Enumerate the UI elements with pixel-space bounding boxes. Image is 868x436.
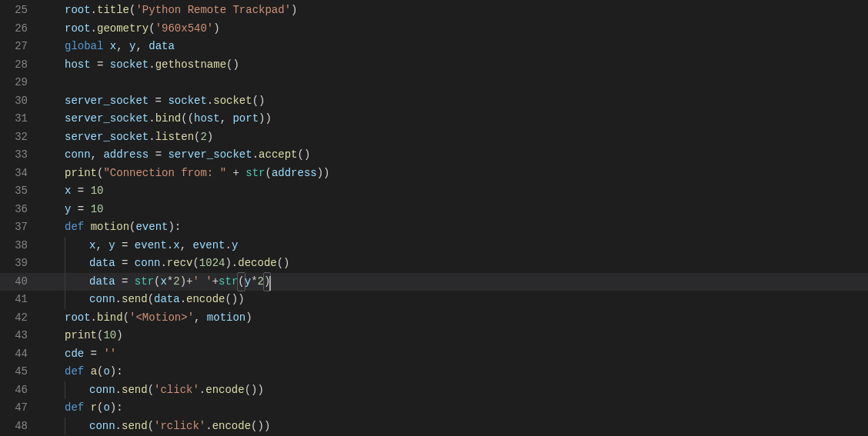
code-token: , [220, 110, 233, 128]
line-number: 39 [0, 255, 42, 273]
code-content[interactable]: print("Connection from: " + str(address)… [42, 165, 868, 183]
code-content[interactable]: data = conn.recv(1024).decode() [42, 255, 868, 273]
code-token: = [71, 182, 90, 201]
code-token: ( [148, 291, 154, 309]
code-token: . [115, 418, 122, 436]
code-token: '<Motion>' [129, 309, 194, 328]
code-token [84, 218, 90, 237]
code-content[interactable]: x = 10 [42, 182, 868, 201]
code-token: . [91, 2, 97, 20]
code-token: host [194, 110, 220, 128]
code-content[interactable]: server_socket.listen(2) [42, 128, 868, 147]
indent-guide [65, 255, 65, 273]
line-number: 44 [0, 345, 42, 364]
code-token: def [65, 399, 84, 418]
code-token: 2 [200, 128, 206, 147]
code-line[interactable]: 35x = 10 [0, 182, 868, 201]
code-token: decode [238, 255, 276, 273]
code-content[interactable]: cde = '' [42, 345, 868, 364]
indent-guide [65, 381, 65, 400]
code-line[interactable]: 45def a(o): [0, 363, 868, 381]
code-token: 'rclick' [154, 418, 205, 436]
code-content[interactable]: server_socket = socket.socket() [42, 92, 868, 111]
code-token: bind [97, 309, 123, 328]
code-line[interactable]: 25root.title('Python Remote Trackpad') [0, 2, 868, 20]
code-line[interactable]: 46conn.send('click'.encode()) [0, 381, 868, 400]
code-token: geometry [97, 20, 149, 38]
code-token: , [91, 146, 104, 165]
code-content[interactable]: root.geometry('960x540') [42, 20, 868, 38]
code-token: * [251, 273, 257, 291]
code-line[interactable]: 38x, y = event.x, event.y [0, 237, 868, 255]
code-token: ()) [251, 418, 270, 436]
code-token: def [65, 363, 84, 381]
code-line[interactable]: 30server_socket = socket.socket() [0, 92, 868, 111]
code-token: . [167, 237, 173, 255]
code-line[interactable]: 29 [0, 74, 868, 92]
code-line[interactable]: 27global x, y, data [0, 38, 868, 56]
code-line[interactable]: 47def r(o): [0, 399, 868, 418]
code-line[interactable]: 37def motion(event): [0, 218, 868, 237]
code-token: )) [317, 165, 330, 183]
code-content[interactable]: conn, address = server_socket.accept() [42, 146, 868, 165]
code-content[interactable]: root.title('Python Remote Trackpad') [42, 2, 868, 20]
code-token: y [245, 273, 251, 291]
code-content[interactable]: data = str(x*2)+' '+str(y*2) [42, 273, 868, 291]
code-content[interactable]: server_socket.bind((host, port)) [42, 110, 868, 128]
code-token: socket [110, 56, 149, 75]
code-line[interactable]: 33conn, address = server_socket.accept() [0, 146, 868, 165]
code-line[interactable]: 28host = socket.gethostname() [0, 56, 868, 75]
code-content[interactable]: root.bind('<Motion>', motion) [42, 309, 868, 328]
code-token: motion [207, 309, 245, 328]
code-token: print [65, 165, 97, 183]
line-number: 26 [0, 20, 42, 38]
code-token: = [115, 273, 135, 291]
code-content[interactable]: y = 10 [42, 201, 868, 219]
code-line[interactable]: 41conn.send(data.encode()) [0, 291, 868, 309]
code-content[interactable]: host = socket.gethostname() [42, 56, 868, 75]
code-token [103, 38, 109, 56]
code-line[interactable]: 31server_socket.bind((host, port)) [0, 110, 868, 128]
code-token: 2 [258, 273, 264, 291]
code-token: encode [212, 418, 251, 436]
line-number: 31 [0, 110, 42, 128]
code-token: y [108, 237, 115, 255]
line-number: 27 [0, 38, 42, 56]
code-content[interactable]: x, y = event.x, event.y [42, 237, 868, 255]
code-line[interactable]: 43print(10) [0, 327, 868, 345]
code-content[interactable]: print(10) [42, 327, 868, 345]
code-line[interactable]: 39data = conn.recv(1024).decode() [0, 255, 868, 273]
code-token: = [115, 255, 135, 273]
code-editor[interactable]: 25root.title('Python Remote Trackpad')26… [0, 0, 868, 436]
code-token: () [277, 255, 290, 273]
code-token: ( [97, 165, 103, 183]
code-content[interactable]: def r(o): [42, 399, 868, 418]
code-token: . [115, 291, 122, 309]
code-token: socket [168, 92, 206, 111]
code-line[interactable]: 48conn.send('rclick'.encode()) [0, 418, 868, 436]
code-line[interactable]: 42root.bind('<Motion>', motion) [0, 309, 868, 328]
code-content[interactable]: conn.send(data.encode()) [42, 291, 868, 309]
code-token: ( [238, 273, 244, 291]
code-content[interactable]: def a(o): [42, 363, 868, 381]
code-line[interactable]: 34print("Connection from: " + str(addres… [0, 165, 868, 183]
code-line[interactable]: 44cde = '' [0, 345, 868, 364]
code-token: x [110, 38, 116, 56]
code-line[interactable]: 36y = 10 [0, 201, 868, 219]
code-line[interactable]: 32server_socket.listen(2) [0, 128, 868, 147]
code-content[interactable]: conn.send('click'.encode()) [42, 381, 868, 400]
code-token: ( [194, 128, 200, 147]
code-content[interactable]: global x, y, data [42, 38, 868, 56]
code-token: ( [154, 273, 160, 291]
code-line[interactable]: 40data = str(x*2)+' '+str(y*2) [0, 273, 868, 291]
code-token: title [97, 2, 129, 20]
code-line[interactable]: 26root.geometry('960x540') [0, 20, 868, 38]
code-content[interactable]: def motion(event): [42, 218, 868, 237]
code-token: o [103, 363, 109, 381]
code-token: global [65, 38, 103, 56]
code-content[interactable]: conn.send('rclick'.encode()) [42, 418, 868, 436]
code-token: r [91, 399, 97, 418]
code-token: ( [148, 418, 154, 436]
code-token: '' [103, 345, 116, 364]
code-token: address [103, 146, 149, 165]
